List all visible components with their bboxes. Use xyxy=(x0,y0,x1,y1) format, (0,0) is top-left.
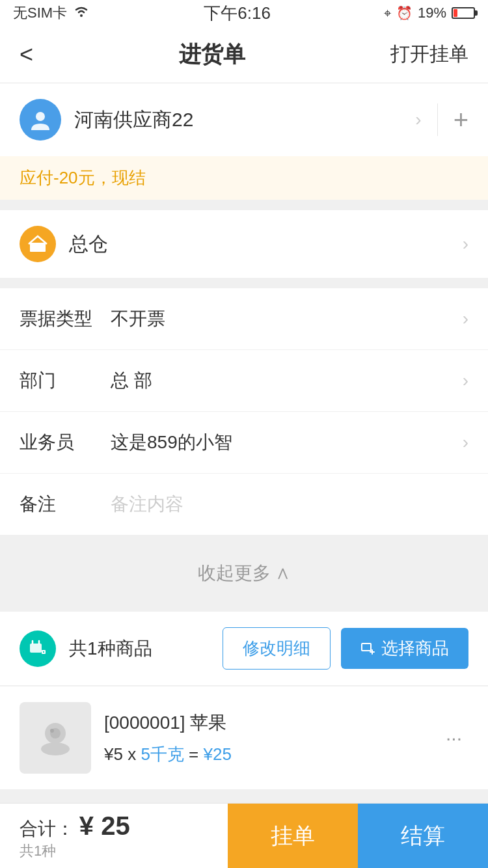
remark-row[interactable]: 备注 备注内容 xyxy=(0,474,488,535)
svg-point-7 xyxy=(41,742,70,755)
invoice-value: 不开票 xyxy=(111,306,463,331)
collapse-toggle[interactable]: 收起更多 ∧ xyxy=(0,545,488,601)
products-header: 共1种商品 修改明细 选择商品 xyxy=(0,612,488,685)
product-info: [0000001] 苹果 ¥5 x 5千克 = ¥25 xyxy=(104,711,426,766)
nav-bar: < 进货单 打开挂单 xyxy=(0,26,488,83)
select-product-label: 选择商品 xyxy=(381,637,449,660)
warehouse-chevron-icon: › xyxy=(463,234,468,254)
department-chevron-icon: › xyxy=(463,370,468,391)
wifi-icon xyxy=(72,5,90,21)
total-amount: ¥ 25 xyxy=(79,811,130,840)
battery-percent: 19% xyxy=(418,5,446,21)
salesman-value: 这是859的小智 xyxy=(111,430,463,455)
total-sub: 共1种 xyxy=(20,841,208,861)
product-id: [0000001] xyxy=(104,712,185,733)
open-suspend-button[interactable]: 打开挂单 xyxy=(390,41,468,68)
select-product-button[interactable]: 选择商品 xyxy=(341,628,468,669)
location-icon: ⌖ xyxy=(384,6,391,21)
warehouse-card[interactable]: 总仓 › xyxy=(0,210,488,278)
warehouse-icon xyxy=(20,226,56,262)
edit-detail-button[interactable]: 修改明细 xyxy=(223,627,331,670)
products-icon xyxy=(20,631,56,667)
status-time: 下午6:16 xyxy=(204,2,271,25)
product-price: ¥5 x 5千克 = ¥25 xyxy=(104,743,426,766)
products-count: 共1种商品 xyxy=(69,636,223,661)
supplier-chevron-icon: › xyxy=(415,109,421,130)
remark-placeholder: 备注内容 xyxy=(111,492,468,517)
add-supplier-button[interactable]: + xyxy=(454,105,468,135)
page-title: 进货单 xyxy=(179,40,245,70)
salesman-row[interactable]: 业务员 这是859的小智 › xyxy=(0,412,488,474)
department-row[interactable]: 部门 总 部 › xyxy=(0,350,488,412)
alarm-icon: ⏰ xyxy=(396,5,413,21)
product-more-button[interactable]: ··· xyxy=(439,720,468,755)
invoice-chevron-icon: › xyxy=(463,308,468,329)
main-content: 河南供应商22 › + 应付-20元，现结 总仓 › 票据类型 不开票 › 部门… xyxy=(0,83,488,854)
collapse-label: 收起更多 ∧ xyxy=(198,561,291,586)
svg-point-9 xyxy=(50,729,54,733)
supplier-name: 河南供应商22 xyxy=(74,107,415,133)
svg-point-1 xyxy=(36,112,45,121)
suspend-button[interactable]: 挂单 xyxy=(228,804,358,869)
carrier-text: 无SIM卡 xyxy=(13,3,67,23)
status-left: 无SIM卡 xyxy=(13,3,90,23)
svg-point-0 xyxy=(80,14,83,17)
product-thumbnail xyxy=(20,702,91,774)
total-label: 合计： xyxy=(20,819,74,839)
divider xyxy=(437,103,438,136)
status-right: ⌖ ⏰ 19% xyxy=(384,5,475,21)
checkout-button[interactable]: 结算 xyxy=(358,804,488,869)
warehouse-name: 总仓 xyxy=(69,231,463,258)
salesman-chevron-icon: › xyxy=(463,432,468,453)
footer-total-row: 合计： ¥ 25 xyxy=(20,811,208,841)
remark-label: 备注 xyxy=(20,492,111,517)
footer-total: 合计： ¥ 25 共1种 xyxy=(0,811,228,861)
department-value: 总 部 xyxy=(111,368,463,393)
svg-rect-5 xyxy=(362,644,371,651)
supplier-card: 河南供应商22 › + 应付-20元，现结 xyxy=(0,83,488,200)
invoice-row[interactable]: 票据类型 不开票 › xyxy=(0,288,488,350)
svg-rect-2 xyxy=(30,243,46,252)
salesman-label: 业务员 xyxy=(20,430,111,455)
department-label: 部门 xyxy=(20,368,111,393)
battery-icon xyxy=(452,7,475,19)
product-total: ¥25 xyxy=(204,744,232,764)
svg-rect-3 xyxy=(30,644,42,653)
notice-banner: 应付-20元，现结 xyxy=(0,156,488,200)
product-item: [0000001] 苹果 ¥5 x 5千克 = ¥25 ··· xyxy=(0,686,488,789)
supplier-avatar xyxy=(20,99,61,141)
invoice-label: 票据类型 xyxy=(20,306,111,331)
back-button[interactable]: < xyxy=(20,41,33,68)
form-card: 票据类型 不开票 › 部门 总 部 › 业务员 这是859的小智 › 备注 备注… xyxy=(0,288,488,535)
product-name: [0000001] 苹果 xyxy=(104,711,426,735)
product-quantity: 5千克 xyxy=(141,744,183,764)
supplier-row[interactable]: 河南供应商22 › + xyxy=(0,83,488,156)
footer: 合计： ¥ 25 共1种 挂单 结算 xyxy=(0,803,488,868)
status-bar: 无SIM卡 下午6:16 ⌖ ⏰ 19% xyxy=(0,0,488,26)
